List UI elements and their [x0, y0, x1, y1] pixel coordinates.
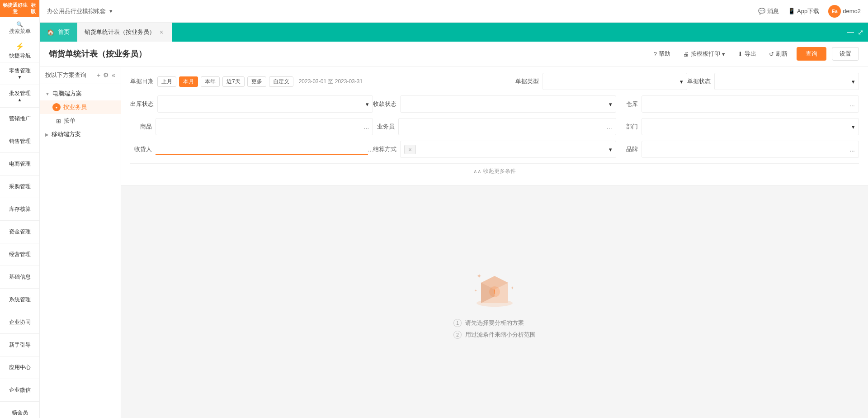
salesperson-select[interactable]: ... — [398, 118, 616, 135]
sidebar-item-wechat[interactable]: 企业微信 — [0, 379, 39, 402]
sales-label: 销售管理 — [9, 138, 31, 145]
sidebar-item-member[interactable]: 畅会员 — [0, 402, 39, 418]
tree-group-pc[interactable]: ▼ 电脑端方案 — [40, 87, 121, 100]
export-btn[interactable]: ⬇ 导出 — [734, 48, 760, 60]
department-chevron: ▾ — [852, 124, 855, 130]
page-header-actions: ? 帮助 🖨 按模板打印 ▾ ⬇ 导出 ↺ 刷新 查询 设置 — [650, 47, 859, 61]
doc-type-select[interactable]: ▾ — [542, 73, 687, 90]
warehouse-value — [646, 98, 850, 110]
query-button[interactable]: 查询 — [797, 47, 826, 61]
sidebar-item-finance[interactable]: 资金管理 — [0, 221, 39, 243]
sidebar-item-newbie[interactable]: 新手引导 — [0, 334, 39, 356]
page-content: 销货单统计表（按业务员） ? 帮助 🖨 按模板打印 ▾ ⬇ 导出 ↺ 刷新 — [40, 42, 868, 418]
sidebar-item-collab[interactable]: 企业协同 — [0, 311, 39, 334]
tree-group-mobile-label: 移动端方案 — [52, 130, 81, 138]
receipt-status-select[interactable]: ▾ — [400, 95, 616, 113]
tree-group-mobile-chevron: ▶ — [45, 132, 49, 137]
date-btn-this-month[interactable]: 本月 — [179, 76, 198, 87]
help-btn[interactable]: ? 帮助 — [650, 48, 674, 60]
sidebar-item-sales[interactable]: 销售管理 — [0, 130, 39, 153]
retail-arrow: ▼ — [18, 75, 22, 80]
tab-sales-stats[interactable]: 销货单统计表（按业务员） × — [77, 23, 172, 42]
sidebar-item-retail[interactable]: 零售管理 ▼ — [0, 62, 39, 85]
warehouse-select[interactable]: ... — [642, 95, 859, 113]
tab-maximize-icon[interactable]: ⤢ — [858, 28, 863, 37]
tip-1-text: 请先选择要分析的方案 — [465, 319, 524, 327]
goods-select[interactable]: ... — [156, 118, 373, 135]
scheme-settings-btn[interactable]: ⚙ — [103, 71, 109, 79]
sidebar-item-wholesale[interactable]: 批发管理 ▲ — [0, 85, 39, 108]
tab-close-btn[interactable]: × — [159, 28, 164, 37]
tab-minimize-icon[interactable]: — — [847, 28, 854, 36]
filter-row-2: 出库状态 ▾ 收款状态 ▾ — [130, 95, 859, 113]
warehouse-dots[interactable]: ... — [849, 100, 855, 108]
tree-group-pc-chevron: ▼ — [45, 91, 50, 96]
tree-item-salesperson[interactable]: ● 按业务员 — [40, 100, 121, 114]
sidebar-search[interactable]: 🔍 搜索菜单 — [0, 17, 39, 40]
department-select[interactable]: ▾ — [642, 118, 859, 135]
add-scheme-btn[interactable]: + — [97, 71, 100, 79]
system-label: 系统管理 — [9, 296, 31, 304]
settlement-select[interactable]: × ▾ — [400, 141, 616, 158]
tree-group-mobile[interactable]: ▶ 移动端方案 — [40, 128, 121, 141]
empty-tips: 1 请先选择要分析的方案 2 用过滤条件来缩小分析范围 — [453, 319, 536, 339]
goods-dots[interactable]: ... — [364, 123, 369, 130]
sidebar-item-quick-nav[interactable]: ⚡ 快捷导航 — [0, 40, 39, 62]
message-btn[interactable]: 💬 消息 — [758, 7, 779, 15]
settings-button[interactable]: 设置 — [832, 47, 859, 61]
collapse-label: 收起更多条件 — [483, 167, 516, 175]
settlement-tag-x[interactable]: × — [408, 146, 412, 153]
tree-item-order[interactable]: ⊞ 按单 — [40, 114, 121, 128]
app-download-btn[interactable]: 📱 App下载 — [788, 7, 819, 15]
date-btn-last-month[interactable]: 上月 — [157, 76, 176, 87]
consignee-input[interactable] — [156, 144, 368, 155]
logo-subtext: 标版 — [28, 2, 38, 15]
doc-status-select[interactable]: ▾ — [714, 73, 859, 90]
finance-label: 资金管理 — [9, 228, 31, 236]
filter-consignee: 收货人 ... — [130, 144, 373, 155]
out-status-select[interactable]: ▾ — [157, 95, 373, 113]
sidebar-item-system[interactable]: 系统管理 — [0, 289, 39, 311]
body-split: 按以下方案查询 + ⚙ « ▼ 电脑端方案 ● — [40, 66, 868, 418]
tab-home[interactable]: 🏠 首页 — [40, 23, 77, 42]
refresh-btn[interactable]: ↺ 刷新 — [765, 48, 791, 60]
sidebar-item-ecommerce[interactable]: 电商管理 — [0, 153, 39, 176]
salesperson-dots[interactable]: ... — [607, 123, 612, 130]
page-title: 销货单统计表（按业务员） — [49, 48, 146, 59]
active-tab-label: 销货单统计表（按业务员） — [85, 28, 155, 36]
sidebar-item-purchase[interactable]: 采购管理 — [0, 176, 39, 198]
brand-select[interactable]: ... — [642, 141, 859, 158]
sidebar-item-marketing[interactable]: 营销推广 — [0, 108, 39, 130]
doc-type-label: 单据类型 — [515, 77, 542, 86]
date-btn-more[interactable]: 更多 — [247, 76, 266, 87]
brand-value — [646, 143, 850, 156]
svg-text:✦: ✦ — [474, 289, 477, 293]
department-label: 部门 — [616, 123, 642, 131]
home-tab-label: 首页 — [58, 28, 70, 36]
salesperson-dot-icon: ● — [56, 105, 58, 109]
empty-tip-2: 2 用过滤条件来缩小分析范围 — [453, 331, 536, 339]
consignee-dots[interactable]: ... — [368, 146, 373, 153]
sidebar-item-basic[interactable]: 基础信息 — [0, 266, 39, 289]
out-status-chevron: ▾ — [366, 101, 369, 108]
date-btn-this-year[interactable]: 本年 — [201, 76, 220, 87]
sidebar-item-operations[interactable]: 经营管理 — [0, 243, 39, 266]
sidebar-item-appcenter[interactable]: 应用中心 — [0, 356, 39, 379]
sidebar-item-inventory[interactable]: 库存核算 — [0, 198, 39, 221]
user-profile-btn[interactable]: Ea demo2 — [828, 5, 861, 18]
date-btn-7days[interactable]: 近7天 — [222, 76, 245, 87]
message-label: 消息 — [767, 7, 779, 15]
collapse-btn[interactable]: ∧∧ 收起更多条件 — [130, 163, 859, 179]
date-selector: 上月 本月 本年 近7天 更多 自定义 2023-03-01 至 2023-03… — [157, 76, 363, 87]
wechat-label: 企业微信 — [9, 386, 31, 394]
date-btn-custom[interactable]: 自定义 — [269, 76, 293, 87]
print-btn[interactable]: 🖨 按模板打印 ▾ — [679, 48, 729, 60]
tree-item-salesperson-label: 按业务员 — [63, 103, 87, 111]
breadcrumb-dropdown-icon[interactable]: ▾ — [109, 8, 113, 14]
warehouse-label: 仓库 — [616, 100, 642, 108]
avatar: Ea — [828, 5, 841, 18]
brand-dots[interactable]: ... — [849, 146, 855, 153]
tree-section: ▼ 电脑端方案 ● 按业务员 ⊞ 按单 ▶ — [40, 84, 121, 144]
panel-collapse-btn[interactable]: « — [112, 71, 115, 79]
filter-doc-status: 单据状态 ▾ — [687, 73, 859, 90]
